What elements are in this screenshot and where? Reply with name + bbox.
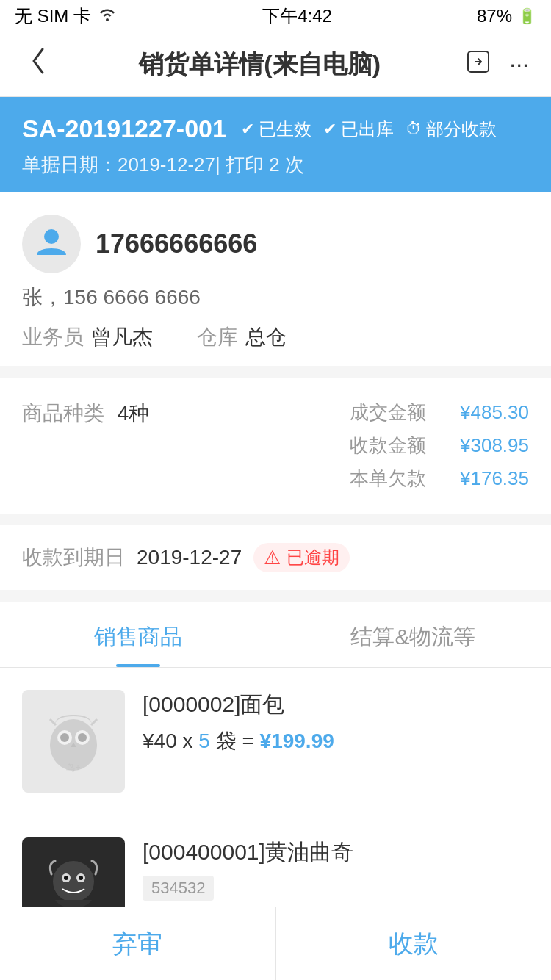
product-name-1: [0000002]面包 <box>143 690 529 720</box>
customer-account-id: 17666666666 <box>96 228 257 259</box>
tab-settlement[interactable]: 结算&物流等 <box>276 602 551 667</box>
amounts-right: 成交金额 ¥485.30 收款金额 ¥308.95 本单欠款 ¥176.35 <box>350 400 529 491</box>
received-amount-value: ¥308.95 <box>441 434 529 457</box>
owed-amount-value: ¥176.35 <box>441 467 529 490</box>
overdue-text: 已逾期 <box>287 546 339 569</box>
product-total-1: ¥199.99 <box>260 729 334 752</box>
more-icon[interactable]: ··· <box>509 51 529 78</box>
avatar-icon <box>33 222 70 267</box>
clock-icon: ⏱ <box>406 120 422 139</box>
order-header: SA-20191227-001 ✔ 已生效 ✔ 已出库 ⏱ 部分收款 单据日期：… <box>0 97 551 192</box>
battery-text: 87% <box>477 6 512 26</box>
warehouse-label: 仓库 <box>197 323 238 351</box>
confirm-button[interactable]: 收款 <box>276 907 552 980</box>
product-types-value: 4种 <box>118 402 150 425</box>
order-id: SA-20191227-001 <box>22 115 226 143</box>
product-name-2: [000400001]黄油曲奇 <box>143 837 529 868</box>
salesperson-value: 曾凡杰 <box>91 323 153 351</box>
product-sku-2: 534532 <box>143 876 214 901</box>
svg-point-13 <box>79 876 83 880</box>
status-tag-3: ⏱ 部分收款 <box>406 118 497 141</box>
order-date-row: 单据日期：2019-12-27| 打印 2 次 <box>22 152 529 178</box>
owed-amount-label: 本单欠款 <box>350 466 426 491</box>
check-icon-2: ✔ <box>323 120 336 139</box>
page-title: 销货单详情(来自电脑) <box>54 48 465 82</box>
cancel-button[interactable]: 弃审 <box>0 907 276 980</box>
share-icon[interactable] <box>465 48 491 81</box>
customer-contact: 张，156 6666 6666 <box>22 284 529 311</box>
deal-amount-label: 成交金额 <box>350 400 426 425</box>
tab-products[interactable]: 销售商品 <box>0 602 276 667</box>
owed-amount-row: 本单欠款 ¥176.35 <box>350 466 529 491</box>
tabs-row: 销售商品 结算&物流等 <box>0 602 551 668</box>
back-button[interactable] <box>22 39 54 90</box>
svg-point-5 <box>60 733 69 742</box>
wifi-icon <box>97 6 118 26</box>
status-bar: 无 SIM 卡 下午4:42 87% 🔋 <box>0 0 551 32</box>
product-info-1: [0000002]面包 ¥40 x 5 袋 = ¥199.99 <box>143 690 529 755</box>
svg-text:鸟+: 鸟+ <box>66 763 80 773</box>
nav-right-actions: ··· <box>465 48 529 81</box>
time-display: 下午4:42 <box>262 4 332 28</box>
svg-point-6 <box>78 733 87 742</box>
received-amount-row: 收款金额 ¥308.95 <box>350 433 529 458</box>
list-item: 鸟+ [0000002]面包 ¥40 x 5 袋 = ¥199.99 <box>0 668 551 815</box>
salesperson-item: 业务员 曾凡杰 <box>22 323 153 351</box>
customer-section: 17666666666 张，156 6666 6666 业务员 曾凡杰 仓库 总… <box>0 192 551 366</box>
due-date-label: 收款到期日 <box>22 544 125 572</box>
salesperson-label: 业务员 <box>22 323 84 351</box>
battery-icon: 🔋 <box>518 7 536 25</box>
svg-point-12 <box>64 876 68 880</box>
overdue-icon: ⚠ <box>264 547 281 569</box>
tabs-section: 销售商品 结算&物流等 <box>0 602 551 668</box>
product-price-1: ¥40 x 5 袋 = ¥199.99 <box>143 727 529 755</box>
status-left: 无 SIM 卡 <box>15 4 118 28</box>
bottom-actions: 弃审 收款 <box>0 907 551 980</box>
due-date-section: 收款到期日 2019-12-27 ⚠ 已逾期 <box>0 525 551 590</box>
check-icon-1: ✔ <box>241 120 254 139</box>
nav-bar: 销货单详情(来自电脑) ··· <box>0 32 551 97</box>
tab-underline <box>116 664 160 667</box>
warehouse-item: 仓库 总仓 <box>197 323 287 351</box>
status-right: 87% 🔋 <box>477 6 536 26</box>
svg-point-1 <box>44 229 59 244</box>
avatar <box>22 215 81 273</box>
product-qty-1: 5 <box>198 729 210 752</box>
deal-amount-row: 成交金额 ¥485.30 <box>350 400 529 425</box>
deal-amount-value: ¥485.30 <box>441 401 529 424</box>
product-types-label: 商品种类 <box>22 402 104 425</box>
status-tag-2: ✔ 已出库 <box>323 118 394 141</box>
due-date-value: 2019-12-27 <box>137 546 242 569</box>
carrier-text: 无 SIM 卡 <box>15 4 91 28</box>
product-thumbnail-1: 鸟+ <box>22 690 125 793</box>
amounts-section: 商品种类 4种 成交金额 ¥485.30 收款金额 ¥308.95 本单欠款 ¥… <box>0 378 551 514</box>
received-amount-label: 收款金额 <box>350 433 426 458</box>
overdue-badge: ⚠ 已逾期 <box>253 543 350 572</box>
status-tag-1: ✔ 已生效 <box>241 118 311 141</box>
customer-meta: 业务员 曾凡杰 仓库 总仓 <box>22 323 529 351</box>
warehouse-value: 总仓 <box>245 323 287 351</box>
svg-point-9 <box>53 861 94 902</box>
product-types-block: 商品种类 4种 <box>22 400 149 428</box>
